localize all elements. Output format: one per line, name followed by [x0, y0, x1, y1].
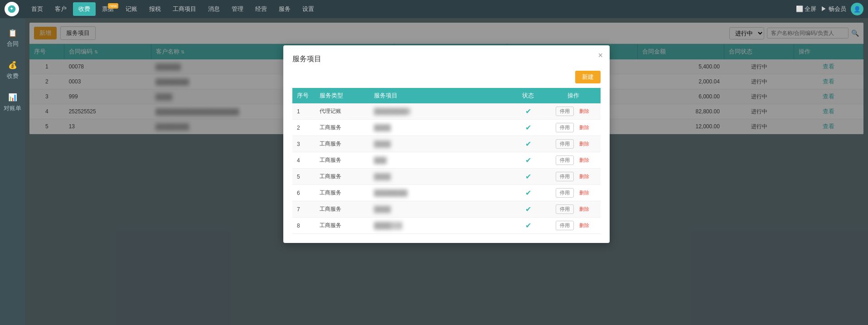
nav-fee[interactable]: 收费: [73, 2, 96, 16]
delete-button[interactable]: 删除: [577, 107, 591, 116]
modal-cell-actions: 停用 删除: [546, 201, 601, 218]
delete-button[interactable]: 删除: [577, 123, 591, 132]
svg-text:✦: ✦: [10, 6, 14, 11]
top-navigation: ✦ 首页 客户 收费 票据 new 记账 报税 工商项目 消息 管理 经营 服务…: [0, 0, 868, 18]
modal-col-type: 服务类型: [315, 88, 369, 103]
nav-service[interactable]: 服务: [273, 2, 296, 16]
modal-table-row: 2 工商服务 ████ ✔ 停用 删除: [292, 120, 601, 136]
modal-table-row: 8 工商服务 ████注册 ✔ 停用 删除: [292, 218, 601, 234]
modal-cell-seq: 4: [292, 152, 315, 169]
modal-table-row: 1 代理记账 ████████1 ✔ 停用 删除: [292, 103, 601, 120]
nav-message[interactable]: 消息: [203, 2, 225, 16]
modal-close-button[interactable]: ×: [598, 51, 603, 60]
modal-cell-seq: 5: [292, 169, 315, 185]
sidebar-item-contract[interactable]: 📋 合同: [0, 23, 25, 53]
modal-cell-item: ████注册: [369, 218, 510, 234]
nav-tax[interactable]: 报税: [144, 2, 166, 16]
top-nav-right: ⬜ 全屏 ▶ 畅会员 👤: [796, 3, 863, 15]
modal-cell-seq: 8: [292, 218, 315, 234]
status-check-icon: ✔: [525, 107, 531, 115]
delete-button[interactable]: 删除: [577, 205, 591, 213]
modal-col-seq: 序号: [292, 88, 315, 103]
sidebar-item-fee-label: 收费: [7, 72, 19, 80]
avatar[interactable]: 👤: [851, 3, 863, 15]
modal-cell-status: ✔: [510, 201, 546, 218]
disable-button[interactable]: 停用: [556, 204, 574, 214]
disable-button[interactable]: 停用: [556, 221, 574, 230]
modal-cell-item: ████████: [369, 185, 510, 201]
nav-home[interactable]: 首页: [26, 2, 48, 16]
nav-settings[interactable]: 设置: [297, 2, 320, 16]
modal-overlay: 服务项目 × 新建 序号 服务类型 服务项目 状态 操作: [25, 18, 868, 325]
modal-cell-status: ✔: [510, 169, 546, 185]
delete-button[interactable]: 删除: [577, 221, 591, 230]
nav-business[interactable]: 经营: [250, 2, 272, 16]
sidebar-item-reconciliation[interactable]: 📊 对账单: [0, 87, 25, 117]
modal-scroll-area[interactable]: 序号 服务类型 服务项目 状态 操作 1 代理记账 ████████1 ✔ 停用…: [292, 88, 601, 234]
sidebar-item-contract-label: 合同: [7, 40, 19, 48]
disable-button[interactable]: 停用: [556, 155, 574, 165]
nav-bill[interactable]: 票据 new: [97, 2, 119, 16]
member-btn[interactable]: ▶ 畅会员: [821, 5, 846, 13]
nav-industry[interactable]: 工商项目: [167, 2, 202, 16]
modal-cell-actions: 停用 删除: [546, 103, 601, 120]
status-check-icon: ✔: [525, 189, 531, 197]
nav-manage[interactable]: 管理: [226, 2, 249, 16]
contract-icon: 📋: [7, 27, 18, 38]
modal-cell-item: ████: [369, 201, 510, 218]
nav-customer[interactable]: 客户: [49, 2, 72, 16]
fullscreen-btn[interactable]: ⬜ 全屏: [796, 5, 817, 13]
service-item-modal: 服务项目 × 新建 序号 服务类型 服务项目 状态 操作: [283, 45, 610, 243]
disable-button[interactable]: 停用: [556, 123, 574, 132]
modal-cell-status: ✔: [510, 185, 546, 201]
modal-toolbar: 新建: [292, 71, 601, 83]
modal-new-button[interactable]: 新建: [575, 71, 601, 83]
reconciliation-icon: 📊: [7, 92, 18, 102]
modal-table-row: 7 工商服务 ████ ✔ 停用 删除: [292, 201, 601, 218]
disable-button[interactable]: 停用: [556, 139, 574, 149]
modal-cell-actions: 停用 删除: [546, 218, 601, 234]
modal-cell-seq: 6: [292, 185, 315, 201]
sidebar-item-fee[interactable]: 💰 收费: [0, 55, 25, 85]
modal-table-row: 5 工商服务 ████ ✔ 停用 删除: [292, 169, 601, 185]
modal-cell-item: ████: [369, 120, 510, 136]
fee-icon: 💰: [7, 59, 18, 70]
modal-cell-seq: 3: [292, 136, 315, 152]
modal-cell-type: 工商服务: [315, 136, 369, 152]
status-check-icon: ✔: [525, 156, 531, 164]
modal-cell-type: 代理记账: [315, 103, 369, 120]
new-badge: new: [108, 3, 118, 9]
modal-title: 服务项目: [292, 54, 601, 64]
nav-bookkeeping[interactable]: 记账: [120, 2, 143, 16]
logo: ✦: [5, 2, 19, 16]
modal-cell-type: 工商服务: [315, 169, 369, 185]
service-modal-table: 序号 服务类型 服务项目 状态 操作 1 代理记账 ████████1 ✔ 停用…: [292, 88, 601, 234]
modal-col-action: 操作: [546, 88, 601, 103]
modal-cell-status: ✔: [510, 136, 546, 152]
modal-cell-item: ███: [369, 152, 510, 169]
modal-cell-actions: 停用 删除: [546, 120, 601, 136]
modal-cell-type: 工商服务: [315, 218, 369, 234]
modal-cell-status: ✔: [510, 120, 546, 136]
left-sidebar: 📋 合同 💰 收费 📊 对账单: [0, 18, 25, 325]
sidebar-item-reconciliation-label: 对账单: [4, 104, 21, 112]
delete-button[interactable]: 删除: [577, 172, 591, 181]
delete-button[interactable]: 删除: [577, 140, 591, 148]
disable-button[interactable]: 停用: [556, 172, 574, 181]
modal-cell-actions: 停用 删除: [546, 152, 601, 169]
status-check-icon: ✔: [525, 205, 531, 213]
status-check-icon: ✔: [525, 173, 531, 180]
disable-button[interactable]: 停用: [556, 107, 574, 116]
status-check-icon: ✔: [525, 140, 531, 148]
modal-cell-type: 工商服务: [315, 201, 369, 218]
delete-button[interactable]: 删除: [577, 189, 591, 197]
disable-button[interactable]: 停用: [556, 188, 574, 198]
modal-cell-actions: 停用 删除: [546, 169, 601, 185]
main-content: 新增 服务项目 进行中 全部 已结束 🔍 序号 合同编码 ⇅: [25, 18, 868, 325]
modal-cell-seq: 2: [292, 120, 315, 136]
modal-cell-status: ✔: [510, 103, 546, 120]
delete-button[interactable]: 删除: [577, 156, 591, 165]
status-check-icon: ✔: [525, 222, 531, 229]
modal-cell-seq: 7: [292, 201, 315, 218]
modal-table-row: 6 工商服务 ████████ ✔ 停用 删除: [292, 185, 601, 201]
